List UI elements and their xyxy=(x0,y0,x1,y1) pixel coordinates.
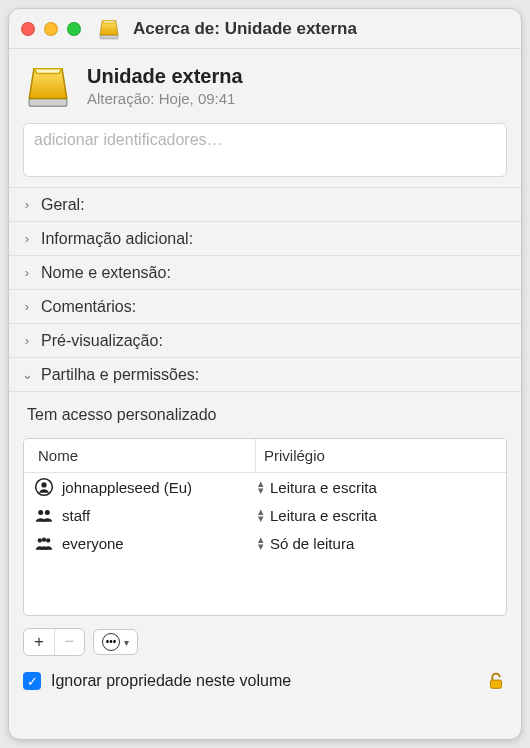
perm-row-name: everyone xyxy=(62,535,124,552)
svg-point-4 xyxy=(38,510,43,515)
add-remove-group: + − xyxy=(23,628,85,656)
sharing-body: Tem acesso personalizado xyxy=(9,392,521,438)
svg-point-8 xyxy=(46,538,50,542)
tags-field-container[interactable] xyxy=(23,123,507,177)
chevron-right-icon: › xyxy=(21,333,33,348)
svg-rect-0 xyxy=(100,35,118,39)
permissions-table: Nome Privilégio johnappleseed (Eu) ▴▾ Le… xyxy=(23,438,507,616)
table-row[interactable]: everyone ▴▾ Só de leitura xyxy=(24,529,506,557)
svg-rect-1 xyxy=(29,99,67,107)
permissions-empty-area xyxy=(24,557,506,615)
modified-label: Alteração: xyxy=(87,90,155,107)
file-header: Unidade externa Alteração: Hoje, 09:41 xyxy=(9,49,521,119)
chevron-down-icon: ▾ xyxy=(124,637,129,648)
drive-icon xyxy=(97,17,121,41)
stepper-icon[interactable]: ▴▾ xyxy=(258,508,264,522)
chevron-right-icon: › xyxy=(21,231,33,246)
action-menu-button[interactable]: ••• ▾ xyxy=(93,629,138,655)
remove-button[interactable]: − xyxy=(54,629,84,655)
file-header-texts: Unidade externa Alteração: Hoje, 09:41 xyxy=(87,65,243,107)
section-general[interactable]: › Geral: xyxy=(9,188,521,222)
footer: ✓ Ignorar propriedade neste volume xyxy=(9,662,521,706)
section-more-info-label: Informação adicional: xyxy=(41,230,193,248)
col-name-header[interactable]: Nome xyxy=(24,439,256,472)
window-controls xyxy=(21,22,81,36)
access-summary: Tem acesso personalizado xyxy=(23,400,507,438)
group-icon xyxy=(34,533,54,553)
ignore-ownership-checkbox[interactable]: ✓ xyxy=(23,672,41,690)
stepper-icon[interactable]: ▴▾ xyxy=(258,480,264,494)
svg-point-6 xyxy=(38,538,42,542)
perm-row-priv: Leitura e escrita xyxy=(270,479,377,496)
chevron-down-icon: ⌄ xyxy=(21,367,33,382)
section-sharing-permissions[interactable]: ⌄ Partilha e permissões: xyxy=(9,358,521,392)
file-name: Unidade externa xyxy=(87,65,243,88)
perm-row-priv: Leitura e escrita xyxy=(270,507,377,524)
col-name-label: Nome xyxy=(38,447,78,464)
info-window: Acerca de: Unidade externa Unidade exter… xyxy=(8,8,522,740)
perm-row-priv: Só de leitura xyxy=(270,535,354,552)
sections: › Geral: › Informação adicional: › Nome … xyxy=(9,187,521,392)
tags-input[interactable] xyxy=(32,130,498,150)
section-comments-label: Comentários: xyxy=(41,298,136,316)
minimize-window-button[interactable] xyxy=(44,22,58,36)
perm-row-name: staff xyxy=(62,507,90,524)
svg-rect-9 xyxy=(491,680,502,688)
svg-point-7 xyxy=(42,538,46,542)
section-sharing-label: Partilha e permissões: xyxy=(41,366,199,384)
section-comments[interactable]: › Comentários: xyxy=(9,290,521,324)
section-more-info[interactable]: › Informação adicional: xyxy=(9,222,521,256)
drive-icon-large xyxy=(23,61,73,111)
add-button[interactable]: + xyxy=(24,629,54,655)
window-title: Acerca de: Unidade externa xyxy=(133,19,357,39)
modified-value: Hoje, 09:41 xyxy=(159,90,236,107)
stepper-icon[interactable]: ▴▾ xyxy=(258,536,264,550)
chevron-right-icon: › xyxy=(21,299,33,314)
ignore-ownership-label: Ignorar propriedade neste volume xyxy=(51,672,291,690)
table-row[interactable]: johnappleseed (Eu) ▴▾ Leitura e escrita xyxy=(24,473,506,501)
group-icon xyxy=(34,505,54,525)
section-name-ext-label: Nome e extensão: xyxy=(41,264,171,282)
ellipsis-circle-icon: ••• xyxy=(102,633,120,651)
file-modified: Alteração: Hoje, 09:41 xyxy=(87,90,243,107)
chevron-right-icon: › xyxy=(21,197,33,212)
permissions-toolbar: + − ••• ▾ xyxy=(9,616,521,662)
section-preview[interactable]: › Pré-visualização: xyxy=(9,324,521,358)
titlebar: Acerca de: Unidade externa xyxy=(9,9,521,49)
lock-icon[interactable] xyxy=(485,670,507,692)
zoom-window-button[interactable] xyxy=(67,22,81,36)
svg-point-3 xyxy=(41,482,46,487)
col-priv-header[interactable]: Privilégio xyxy=(256,439,506,472)
close-window-button[interactable] xyxy=(21,22,35,36)
section-name-extension[interactable]: › Nome e extensão: xyxy=(9,256,521,290)
section-general-label: Geral: xyxy=(41,196,85,214)
perm-row-name: johnappleseed (Eu) xyxy=(62,479,192,496)
user-icon xyxy=(34,477,54,497)
section-preview-label: Pré-visualização: xyxy=(41,332,163,350)
chevron-right-icon: › xyxy=(21,265,33,280)
permissions-rows: johnappleseed (Eu) ▴▾ Leitura e escrita … xyxy=(24,473,506,615)
col-priv-label: Privilégio xyxy=(264,447,325,464)
table-row[interactable]: staff ▴▾ Leitura e escrita xyxy=(24,501,506,529)
permissions-header: Nome Privilégio xyxy=(24,439,506,473)
svg-point-5 xyxy=(45,510,50,515)
check-icon: ✓ xyxy=(27,674,38,689)
